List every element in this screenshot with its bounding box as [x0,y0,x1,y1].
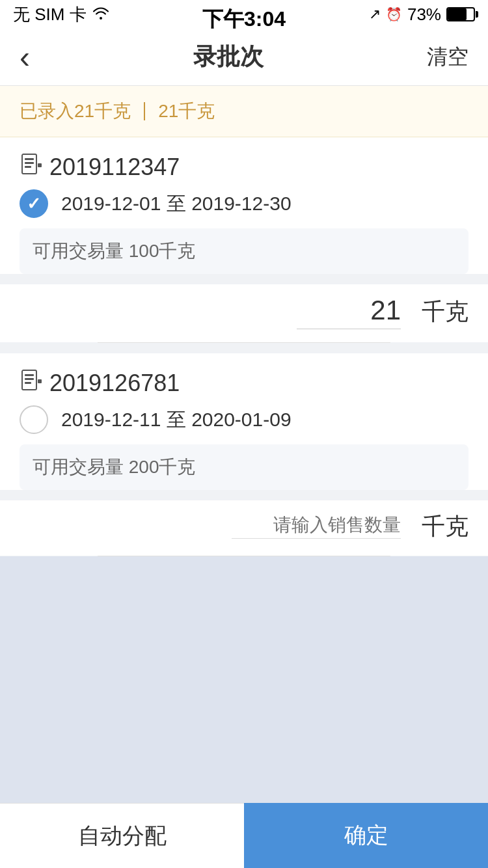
confirm-button[interactable]: 确定 [244,803,488,868]
svg-rect-7 [25,378,34,380]
batch-doc-icon-1 [20,153,43,182]
status-right: ↗ ⏰ 73% [369,5,475,25]
section-divider-1 [98,342,390,343]
quantity-row-2: 千克 [0,500,488,556]
wifi-icon [92,5,110,23]
unit-label-2: 千克 [422,511,468,543]
location-icon: ↗ [369,6,381,23]
available-qty-2: 可用交易量 200千克 [20,444,468,490]
clear-button[interactable]: 清空 [427,43,468,72]
page-title: 录批次 [193,41,264,73]
auto-distribute-label: 自动分配 [78,821,167,851]
batch-item-1: 2019112347 ✓ 2019-12-01 至 2019-12-30 可用交… [0,137,488,274]
quantity-input-2[interactable] [232,515,401,539]
back-button[interactable]: ‹ [20,39,30,75]
auto-distribute-button[interactable]: 自动分配 [0,803,244,868]
info-banner: 已录入21千克 21千克 [0,86,488,137]
batch-radio-1[interactable]: ✓ [20,189,48,218]
batch-date-1: 2019-12-01 至 2019-12-30 [61,191,291,217]
svg-rect-4 [38,163,42,167]
batch-header-1: 2019112347 [20,153,468,182]
batch-date-row-1[interactable]: ✓ 2019-12-01 至 2019-12-30 [20,189,468,218]
svg-rect-8 [25,382,31,384]
batch-date-row-2[interactable]: 2019-12-11 至 2020-01-09 [20,405,468,434]
quantity-input-1[interactable] [297,295,401,329]
radio-check-icon-1: ✓ [27,194,41,214]
svg-rect-9 [38,379,42,383]
svg-rect-3 [25,166,31,168]
empty-area [0,556,488,817]
recorded-label: 已录入21千克 [20,99,131,124]
info-amount: 21千克 [158,99,215,124]
no-sim-text: 无 SIM 卡 [13,3,87,26]
svg-rect-1 [25,158,34,160]
status-left: 无 SIM 卡 [13,3,110,26]
batch-date-2: 2019-12-11 至 2020-01-09 [61,407,291,433]
svg-rect-6 [25,374,34,376]
status-bar: 无 SIM 卡 下午3:04 ↗ ⏰ 73% [0,0,488,29]
battery-percent: 73% [407,5,441,25]
status-time: 下午3:04 [202,5,286,34]
confirm-label: 确定 [344,821,388,850]
batch-header-2: 2019126781 [20,369,468,398]
quantity-row-1: 千克 [0,284,488,342]
batch-doc-icon-2 [20,369,43,398]
unit-label-1: 千克 [422,296,468,328]
svg-rect-2 [25,162,34,164]
batch-radio-2[interactable] [20,405,48,434]
nav-bar: ‹ 录批次 清空 [0,29,488,86]
batch-item-2: 2019126781 2019-12-11 至 2020-01-09 可用交易量… [0,353,488,490]
bottom-bar: 自动分配 确定 [0,803,488,868]
batch-id-2: 2019126781 [49,370,180,397]
info-divider [144,102,145,120]
battery-icon [446,7,475,21]
alarm-icon: ⏰ [386,7,402,22]
available-qty-1: 可用交易量 100千克 [20,228,468,274]
batch-id-1: 2019112347 [49,154,180,181]
